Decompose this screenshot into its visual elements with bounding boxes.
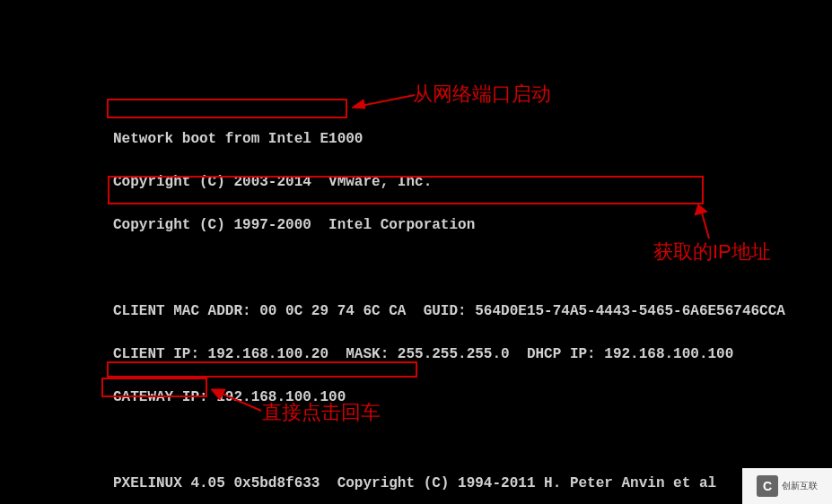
svg-line-0 [361, 95, 415, 106]
svg-line-4 [220, 393, 261, 411]
watermark-logo-icon: C [757, 475, 778, 497]
terminal-output: Network boot from Intel E1000 Copyright … [113, 103, 785, 504]
svg-marker-3 [695, 204, 707, 215]
watermark-text: 创新互联 [782, 482, 818, 491]
terminal-line: Network boot from Intel E1000 [113, 132, 785, 146]
arrow-icon [347, 86, 419, 113]
terminal-line [113, 433, 785, 448]
terminal-line: Copyright (C) 2003-2014 VMware, Inc. [113, 175, 785, 189]
terminal-line: CLIENT IP: 192.168.100.20 MASK: 255.255.… [113, 347, 785, 361]
annotation-press-enter: 直接点击回车 [262, 399, 381, 426]
terminal-line: CLIENT MAC ADDR: 00 0C 29 74 6C CA GUID:… [113, 304, 785, 318]
arrow-icon [207, 386, 266, 417]
arrow-icon [682, 204, 718, 249]
annotation-network-boot: 从网络端口启动 [413, 81, 551, 108]
watermark: C 创新互联 [742, 468, 832, 504]
svg-marker-1 [352, 100, 365, 109]
terminal-line: PXELINUX 4.05 0x5bd8f633 Copyright (C) 1… [113, 476, 785, 491]
